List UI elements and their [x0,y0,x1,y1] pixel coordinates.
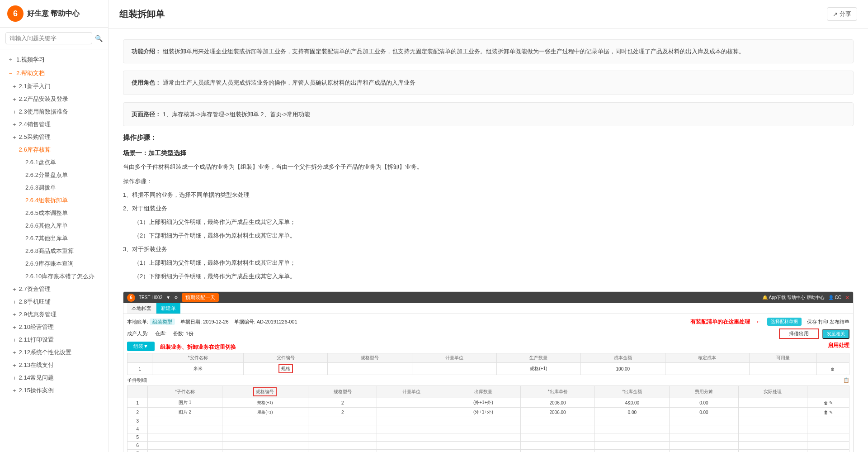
nav-item-label: 2.14常见问题 [19,374,54,382]
step-2: 2、对于组装业务 [123,203,854,214]
expand-icon: + [13,324,16,331]
nav-item-label: 2.6.6其他入库单 [25,222,68,230]
sidebar-item-2-6[interactable]: − 2.6库存核算 [13,143,108,156]
sidebar-item-2-11[interactable]: + 2.11打印设置 [13,333,108,346]
nav-item-label: 2.6.4组装拆卸单 [25,196,68,205]
mock-tab-local[interactable]: 本地帐套 [127,303,156,314]
sidebar-item-2-2[interactable]: + 2.2产品安装及登录 [13,93,108,105]
sidebar-item-video[interactable]: + 1.视频学习 [0,53,108,67]
nav-item-label: 2.6.10库存账本错了怎么办 [25,272,94,281]
sidebar-item-2-6-2[interactable]: 2.6.2分量盘点单 [25,169,108,181]
table-row-child-3: 3 [127,417,849,425]
sidebar: 6 好生意 帮助中心 🔍 + 1.视频学习 − 2.帮助文档 + 2.1新手入门… [0,0,108,452]
cell-unit [412,363,496,375]
sidebar-item-2-6-9[interactable]: 2.6.9库存账本查询 [25,257,108,270]
table-row-child-4: 4 [127,425,849,433]
sidebar-item-2-6-4[interactable]: 2.6.4组装拆卸单 [25,194,108,207]
search-button[interactable]: 🔍 [95,35,103,42]
cell-name: 米米 [152,363,243,375]
sidebar-item-2-15[interactable]: + 2.15操作案例 [13,384,108,397]
mock-confirm-btn[interactable]: 发至相关 [822,329,849,339]
share-button[interactable]: ↗ 分享 [827,7,857,21]
sidebar-item-2-10[interactable]: + 2.10经营管理 [13,321,108,333]
sidebar-header: 6 好生意 帮助中心 [0,0,108,28]
cell-cost-amt: 100.00 [581,363,665,375]
mock-settings-icon: ⚙ [174,295,178,300]
sidebar-item-2-5[interactable]: + 2.5采购管理 [13,131,108,143]
scenario-1-title: 场景一：加工类型选择 [123,149,854,157]
mock-toggle-btn[interactable]: 组装▼ [127,342,155,351]
mock-close-icon: ✕ [845,295,849,301]
cell-spec [328,363,412,375]
nav-item-label: 2.6.7其他出库单 [25,234,68,243]
sidebar-item-2-6-8[interactable]: 2.6.8商品成本重算 [25,245,108,257]
user-role-text: 通常由生产人员或库管人员完成拆装业务的操作，库管人员确认原材料的出库和产成品的入… [163,79,415,86]
col-unit: 计量单位 [412,353,496,363]
sidebar-item-2-7[interactable]: + 2.7资金管理 [13,283,108,295]
sidebar-item-2-6-3[interactable]: 2.6.3调拨单 [25,181,108,194]
content-area: 功能介绍： 组装拆卸单用来处理企业组装或拆卸等加工业务，支持有固定装配清单的产品… [108,29,868,452]
expand-icon: + [13,83,16,90]
sidebar-item-2-6-6[interactable]: 2.6.6其他入库单 [25,219,108,232]
sidebar-item-2-6-10[interactable]: 2.6.10库存账本错了怎么办 [25,270,108,283]
table-row-child-6: 6 [127,442,849,450]
sidebar-item-2-4[interactable]: + 2.4销售管理 [13,118,108,131]
steps-header: 操作步骤： [123,176,854,187]
cell-index: 1 [127,363,152,375]
nav-item-label: 2.6.8商品成本重算 [25,247,74,255]
sub-col-status: 实际处理 [738,386,807,398]
sidebar-item-2-14[interactable]: + 2.14常见问题 [13,371,108,384]
form-action-icons: 保存 打印 发布结单 [807,319,849,325]
feature-intro-label: 功能介绍： [132,48,161,55]
expand-icon: + [7,57,14,63]
sidebar-item-2-9[interactable]: + 2.9优惠券管理 [13,308,108,321]
nav-item-label: 2.6.1盘点单 [25,158,56,167]
sub-table-header: 子件明细 📋 [127,377,849,384]
mock-orange-button: 预期装配一天 [182,293,219,302]
nav-item-label: 2.15操作案例 [19,386,54,395]
sidebar-item-2-6-1[interactable]: 2.6.1盘点单 [25,156,108,169]
sidebar-item-2-12[interactable]: + 2.12系统个性化设置 [13,346,108,359]
mock-dropdown-icon: ▼ [166,295,170,300]
sidebar-item-label: 2.帮助文档 [16,69,45,77]
expand-icon: + [13,134,16,141]
sidebar-item-2-8[interactable]: + 2.8手机旺铺 [13,295,108,308]
search-input[interactable] [5,32,92,44]
sidebar-item-2-13[interactable]: + 2.13在线支付 [13,359,108,371]
sidebar-item-2-3[interactable]: + 2.3使用前数据准备 [13,105,108,118]
annotation-3-text: 启用处理 [828,342,849,349]
col-parent-no: 父件编号 [243,353,328,363]
expand-icon: + [13,96,16,103]
expand-icon: + [13,337,16,343]
sub-col-act [807,386,849,398]
page-path-label: 页面路径： [132,111,161,118]
nav-item-label: 2.13在线支付 [19,361,54,369]
sidebar-item-2-6-7[interactable]: 2.6.7其他出库单 [25,232,108,245]
step-3-2: （2）下部明细为子件明细，最终作为产成品生成其它入库单。 [123,271,854,282]
page-title: 组装拆卸单 [119,8,165,20]
form-label-count: 成产人员: 仓库: [127,330,170,337]
mock-tab-new[interactable]: 新建单 [156,303,180,314]
table-row-child-7: 7 [127,450,849,452]
form-label-type: 本地账单: 组装类型 [127,319,175,325]
scenario-1-desc: 当由多个子件材料组装成一个成品的业务为【组装】业务，当由一个父件拆分成多个子产品… [123,161,854,173]
sub-col-spec: 规格型号 [308,386,377,398]
nav-item-label: 2.6库存核算 [19,146,51,154]
col-checkbox [127,353,152,363]
col-fixed-cost: 核定成本 [665,353,750,363]
expand-icon: + [13,299,16,305]
nav-item-label: 2.6.9库存账本查询 [25,260,74,268]
share-label: 分享 [840,10,851,18]
step-1: 1、根据不同的业务，选择不同单据的类型来处理 [123,189,854,201]
user-role-label: 使用角色： [132,79,161,86]
sidebar-item-2-6-5[interactable]: 2.6.5成本调整单 [25,207,108,219]
page-path-text: 1、库存核算->库存管理->组装拆卸单 2、首页->常用功能 [163,111,311,118]
expand-icon: + [13,387,16,394]
mock-select-btn: 选择配料单据 [767,318,802,326]
sidebar-item-help-docs[interactable]: − 2.帮助文档 [0,67,108,80]
sidebar-item-label: 1.视频学习 [16,56,45,64]
sidebar-item-2-1[interactable]: + 2.1新手入门 [13,80,108,93]
operation-steps-title: 操作步骤： [123,133,854,142]
form-label-no: 单据编号: AD-20191226-001 [234,319,297,325]
sub-col-check [127,386,148,398]
